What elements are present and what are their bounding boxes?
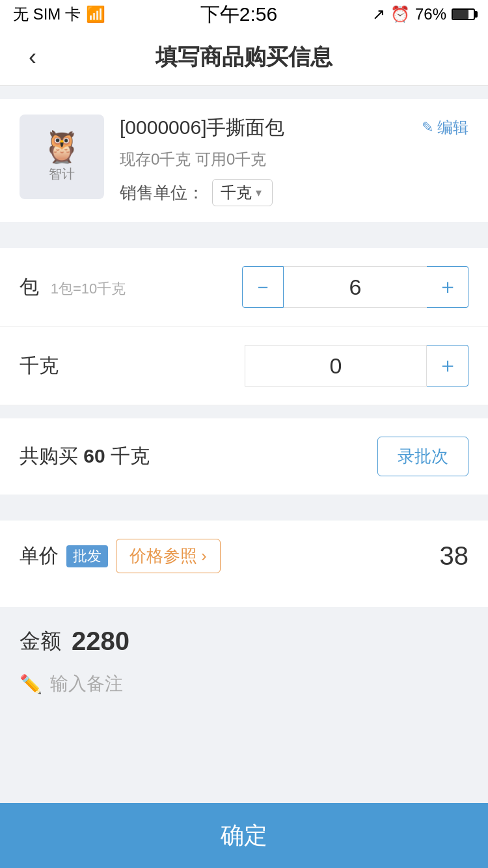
wifi-icon: 📶 — [86, 5, 105, 23]
pack-qty-control: － ＋ — [242, 266, 468, 308]
amount-value: 2280 — [72, 627, 129, 656]
kg-qty-input[interactable] — [245, 345, 427, 387]
total-amount: 60 — [83, 445, 105, 467]
alarm-icon: ⏰ — [390, 5, 410, 23]
price-value: 38 — [440, 541, 469, 571]
status-left: 无 SIM 卡 📶 — [13, 4, 105, 25]
price-ref-label: 价格参照 — [129, 545, 197, 567]
total-row: 共购买 60 千克 录批次 — [0, 418, 488, 495]
back-button[interactable]: ‹ — [13, 38, 52, 77]
pencil-icon: ✏️ — [20, 673, 42, 695]
total-label: 共购买 — [20, 445, 78, 467]
pack-qty-row: 包 1包=10千克 － ＋ — [0, 248, 488, 327]
status-time: 下午2:56 — [200, 1, 277, 28]
location-icon: ↗ — [372, 5, 385, 23]
price-label: 单价 — [20, 543, 59, 569]
product-info: [0000006]手撕面包 现存0千克 可用0千克 销售单位： 千克 ▾ — [120, 115, 468, 206]
amount-row: 金额 2280 — [20, 627, 468, 656]
battery-icon — [452, 8, 475, 20]
product-unit-row: 销售单位： 千克 ▾ — [120, 179, 468, 206]
product-img-label: 智计 — [49, 165, 75, 183]
edit-label: 编辑 — [437, 117, 468, 138]
carrier-text: 无 SIM 卡 — [13, 4, 81, 25]
unit-label: 销售单位： — [120, 182, 204, 204]
pack-plus-button[interactable]: ＋ — [427, 266, 468, 308]
pack-label-group: 包 1包=10千克 — [20, 274, 242, 301]
product-name: [0000006]手撕面包 — [120, 115, 468, 141]
battery-text: 76% — [415, 5, 446, 23]
kg-plus-button[interactable]: ＋ — [427, 345, 468, 387]
price-row: 单价 批发 价格参照 › 38 — [20, 539, 468, 573]
product-image: 🦉 智计 — [20, 115, 104, 199]
total-text: 共购买 60 千克 — [20, 443, 150, 470]
edit-button[interactable]: ✎ 编辑 — [422, 117, 468, 138]
kg-label-group: 千克 — [20, 353, 245, 379]
edit-icon: ✎ — [422, 119, 433, 136]
amount-section: 金额 2280 ✏️ 输入备注 — [0, 607, 488, 712]
amount-label: 金额 — [20, 627, 61, 656]
product-card: 🦉 智计 [0000006]手撕面包 现存0千克 可用0千克 销售单位： 千克 … — [0, 99, 488, 222]
nav-bar: ‹ 填写商品购买信息 — [0, 29, 488, 86]
kg-qty-row: 千克 ＋ — [0, 327, 488, 405]
price-ref-chevron: › — [201, 546, 207, 566]
price-label-group: 单价 批发 价格参照 › — [20, 539, 221, 573]
total-unit: 千克 — [111, 445, 150, 467]
status-right: ↗ ⏰ 76% — [372, 5, 475, 23]
product-logo: 🦉 — [42, 131, 81, 163]
batch-button[interactable]: 录批次 — [377, 437, 468, 476]
page-title: 填写商品购买信息 — [156, 42, 332, 72]
unit-select[interactable]: 千克 ▾ — [212, 179, 273, 206]
pack-sub: 1包=10千克 — [51, 280, 126, 297]
chevron-down-icon: ▾ — [256, 185, 262, 200]
pack-label: 包 — [20, 276, 39, 297]
price-ref-button[interactable]: 价格参照 › — [116, 539, 221, 573]
pack-qty-input[interactable] — [284, 266, 427, 308]
confirm-button[interactable]: 确定 — [0, 803, 488, 868]
price-tag: 批发 — [66, 545, 108, 567]
status-bar: 无 SIM 卡 📶 下午2:56 ↗ ⏰ 76% — [0, 0, 488, 29]
unit-value: 千克 — [221, 182, 252, 203]
divider-2 — [0, 495, 488, 508]
pack-minus-button[interactable]: － — [242, 266, 284, 308]
product-stock: 现存0千克 可用0千克 — [120, 149, 468, 170]
kg-label: 千克 — [20, 355, 59, 376]
divider-1 — [0, 222, 488, 235]
kg-qty-control: ＋ — [245, 345, 468, 387]
quantity-section: 包 1包=10千克 － ＋ 千克 ＋ — [0, 248, 488, 405]
price-section: 单价 批发 价格参照 › 38 — [0, 521, 488, 607]
remark-input[interactable]: 输入备注 — [50, 671, 123, 696]
remark-row[interactable]: ✏️ 输入备注 — [20, 671, 468, 696]
